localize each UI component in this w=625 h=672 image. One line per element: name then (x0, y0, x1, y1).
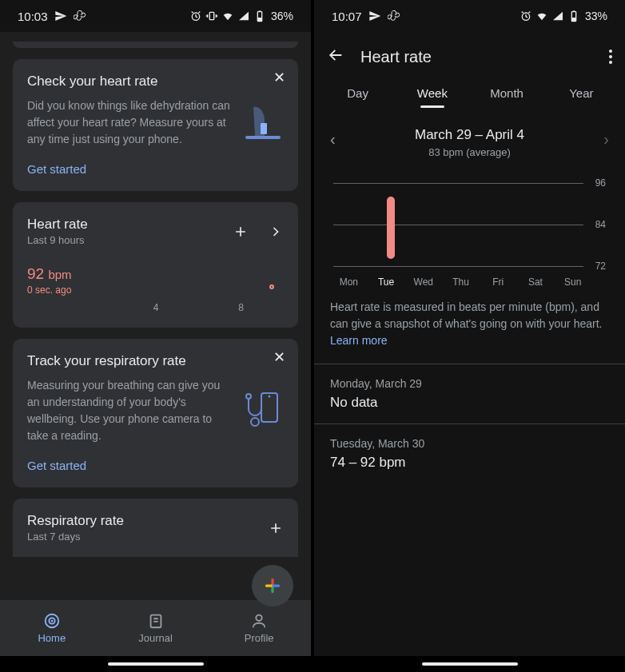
svg-point-8 (269, 396, 271, 398)
status-time: 10:03 (18, 10, 48, 23)
avg-text: 83 bpm (average) (415, 146, 524, 158)
finger-phone-illustration (237, 99, 285, 147)
fan-icon (388, 10, 400, 22)
day-label: Monday, March 29 (330, 377, 609, 390)
status-bar: 10:07 33% (314, 0, 625, 32)
nav-journal[interactable]: Journal (104, 612, 208, 644)
back-button[interactable] (327, 46, 344, 67)
tab-year[interactable]: Year (544, 78, 619, 108)
previous-card-sliver (13, 42, 298, 48)
get-started-button[interactable]: Get started (27, 459, 86, 472)
battery-icon (253, 10, 266, 22)
bottom-nav: Home Journal Profile (0, 600, 311, 656)
svg-rect-18 (573, 10, 575, 11)
chart-bar-tue (387, 197, 395, 259)
home-icon (43, 612, 61, 630)
chevron-right-icon[interactable] (268, 224, 284, 240)
resp-promo-desc: Measuring your breathing can give you an… (27, 377, 235, 444)
nav-home[interactable]: Home (0, 612, 104, 644)
x-axis: Mon Tue Wed Thu Fri Sat Sun (330, 276, 609, 288)
page-title: Heart rate (360, 48, 593, 66)
gesture-bar[interactable] (314, 656, 625, 672)
send-icon (54, 10, 67, 22)
date-range: March 29 – April 4 (415, 127, 524, 143)
resp-tile-title: Respiratory rate (27, 513, 124, 529)
next-week-button[interactable]: › (603, 130, 609, 149)
heart-rate-promo-card: ✕ Check your heart rate Did you know thi… (13, 59, 298, 191)
svg-rect-6 (261, 123, 267, 134)
status-time: 10:07 (332, 10, 362, 23)
send-icon (368, 10, 381, 22)
svg-point-13 (50, 620, 53, 622)
screen-home: 10:03 36% ✕ Check your heart rate Did yo… (0, 0, 311, 672)
y-tick: 84 (595, 219, 606, 230)
close-icon[interactable]: ✕ (271, 350, 287, 366)
day-entry-tuesday[interactable]: Tuesday, March 30 74 – 92 bpm (314, 424, 625, 483)
tab-month[interactable]: Month (470, 78, 544, 108)
hr-promo-title: Check your heart rate (27, 74, 284, 89)
nav-profile[interactable]: Profile (207, 612, 311, 644)
signal-icon (237, 10, 250, 22)
respiratory-promo-card: ✕ Track your respiratory rate Measuring … (13, 339, 298, 487)
header: Heart rate (314, 32, 625, 78)
day-entry-monday[interactable]: Monday, March 29 No data (314, 364, 625, 423)
hr-promo-desc: Did you know things like dehydration can… (27, 97, 235, 148)
y-tick: 96 (595, 177, 606, 189)
svg-point-10 (251, 418, 259, 426)
y-tick: 72 (595, 260, 606, 272)
hr-tile-subtitle: Last 9 hours (27, 234, 88, 246)
svg-rect-4 (258, 18, 261, 21)
svg-rect-5 (245, 136, 281, 139)
gesture-bar[interactable] (0, 656, 311, 672)
alarm-icon (520, 10, 532, 22)
home-content: ✕ Check your heart rate Did you know thi… (0, 32, 311, 600)
screen-heart-rate-detail: 10:07 33% Heart rate Day Week Month Year… (314, 0, 625, 672)
prev-week-button[interactable]: ‹ (330, 130, 336, 149)
vibrate-icon (205, 10, 218, 22)
wifi-icon (535, 10, 548, 22)
day-value: 74 – 92 bpm (330, 455, 609, 471)
fan-icon (74, 10, 86, 22)
hr-sparkline-dot (269, 284, 274, 289)
svg-point-9 (246, 394, 251, 399)
info-text: Heart rate is measured in beats per minu… (314, 296, 625, 364)
profile-icon (250, 612, 268, 630)
hr-axis-ticks: 4 8 (27, 302, 284, 313)
learn-more-link[interactable]: Learn more (330, 334, 388, 347)
wifi-icon (221, 10, 234, 22)
hr-tile-title: Heart rate (27, 217, 88, 233)
svg-rect-19 (572, 18, 575, 21)
status-bar: 10:03 36% (0, 0, 311, 32)
google-plus-icon (262, 575, 283, 596)
more-menu-button[interactable] (609, 50, 612, 64)
svg-rect-3 (259, 10, 261, 11)
day-label: Tuesday, March 30 (330, 437, 609, 450)
resp-promo-title: Track your respiratory rate (27, 353, 284, 369)
stethoscope-phone-illustration (237, 387, 285, 435)
status-battery: 33% (585, 10, 607, 22)
plus-icon[interactable] (268, 520, 284, 536)
hr-value: 92 bpm (27, 265, 284, 283)
chart-area: ‹ March 29 – April 4 83 bpm (average) › … (314, 108, 625, 296)
close-icon[interactable]: ✕ (271, 70, 287, 86)
day-value: No data (330, 395, 609, 411)
time-range-tabs: Day Week Month Year (314, 78, 625, 108)
alarm-icon (189, 10, 202, 22)
arrow-left-icon (327, 46, 344, 64)
respiratory-tile[interactable]: Respiratory rate Last 7 days (13, 499, 298, 557)
tab-day[interactable]: Day (320, 78, 395, 108)
journal-icon (147, 612, 165, 630)
get-started-button[interactable]: Get started (27, 162, 86, 176)
heart-rate-chart: 96 84 72 (333, 173, 601, 276)
svg-rect-1 (209, 12, 213, 19)
signal-icon (551, 10, 564, 22)
status-battery: 36% (271, 10, 293, 22)
svg-point-15 (257, 615, 262, 621)
fab-add-button[interactable] (252, 565, 293, 606)
resp-tile-subtitle: Last 7 days (27, 531, 124, 543)
hr-timestamp: 0 sec. ago (27, 284, 284, 296)
plus-icon[interactable] (233, 224, 249, 240)
heart-rate-tile[interactable]: Heart rate Last 9 hours 92 bpm 0 sec. ag… (13, 202, 298, 328)
battery-icon (567, 10, 580, 22)
tab-week[interactable]: Week (395, 78, 469, 108)
